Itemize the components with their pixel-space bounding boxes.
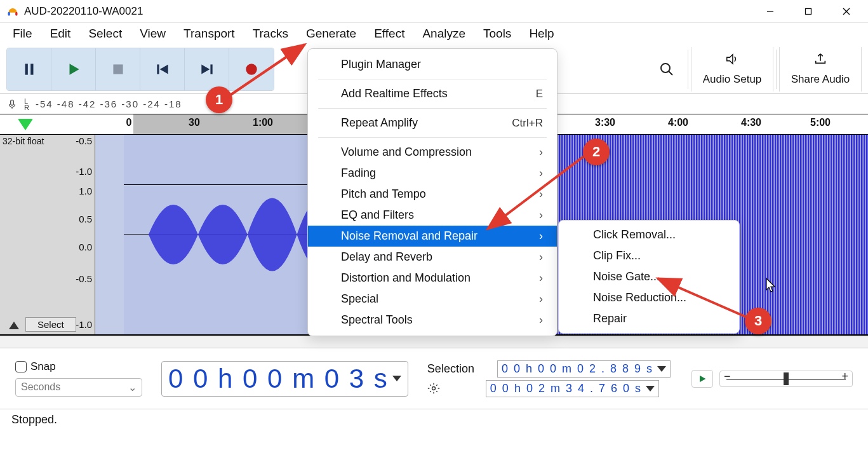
timeline-tick: 3:30 — [595, 117, 615, 128]
effect-menu-item[interactable]: Add Realtime EffectsE — [308, 83, 557, 104]
effect-menu-item[interactable]: EQ and Filters› — [308, 205, 557, 226]
track-select-button[interactable]: Select — [25, 317, 76, 332]
submenu-item[interactable]: Repair — [559, 308, 739, 329]
timeline-tick: 4:00 — [668, 117, 688, 128]
gear-icon[interactable] — [427, 382, 440, 395]
svg-point-23 — [432, 387, 435, 390]
svg-point-14 — [246, 64, 257, 74]
horizontal-scrollbar[interactable] — [0, 336, 868, 348]
svg-marker-24 — [700, 375, 705, 382]
menu-view[interactable]: View — [131, 24, 175, 43]
skip-start-button[interactable] — [140, 48, 185, 90]
playhead-icon[interactable] — [18, 119, 33, 130]
chevron-down-icon[interactable] — [646, 386, 655, 392]
track-header[interactable]: 32-bit float Select -0.5-1.01.00.50.0-0.… — [0, 135, 95, 334]
svg-rect-6 — [25, 64, 27, 74]
effect-menu-item[interactable]: Pitch and Tempo› — [308, 184, 557, 205]
noise-submenu: Click Removal...Clip Fix...Noise Gate...… — [558, 220, 740, 334]
menu-tracks[interactable]: Tracks — [244, 24, 297, 43]
menu-generate[interactable]: Generate — [297, 24, 365, 43]
submenu-item[interactable]: Click Removal... — [559, 224, 739, 245]
stop-button[interactable] — [96, 48, 140, 90]
annotation-badge-1: 1 — [206, 86, 232, 113]
amplitude-label: -1.0 — [76, 165, 92, 176]
time-format-dropdown[interactable] — [392, 376, 401, 381]
window-title: AUD-20220110-WA0021 — [24, 5, 143, 18]
playback-speed-slider[interactable]: − + — [719, 371, 853, 387]
submenu-item[interactable]: Noise Reduction... — [559, 287, 739, 308]
svg-rect-9 — [113, 64, 123, 74]
svg-point-15 — [661, 64, 670, 72]
close-button[interactable] — [827, 0, 865, 23]
menu-tools[interactable]: Tools — [474, 24, 520, 43]
menu-select[interactable]: Select — [79, 24, 131, 43]
effect-menu-item[interactable]: Noise Removal and Repair› — [308, 226, 557, 247]
pause-button[interactable] — [7, 48, 51, 90]
menu-help[interactable]: Help — [520, 24, 563, 43]
menu-edit[interactable]: Edit — [41, 24, 80, 43]
mouse-cursor — [765, 277, 778, 296]
play-at-speed-button[interactable] — [691, 370, 713, 388]
menu-analyze[interactable]: Analyze — [413, 24, 474, 43]
effect-menu-item[interactable]: Special› — [308, 289, 557, 310]
skip-end-button[interactable] — [185, 48, 229, 90]
menu-transport[interactable]: Transport — [175, 24, 244, 43]
collapse-icon[interactable] — [9, 322, 19, 329]
effect-menu-item[interactable]: Volume and Compression› — [308, 142, 557, 163]
selection-start[interactable]: 0 0 h 0 0 m 0 2 . 8 8 9 s — [497, 360, 671, 378]
chevron-down-icon[interactable] — [657, 366, 666, 372]
amplitude-label: 0.5 — [79, 213, 92, 224]
share-icon — [811, 52, 829, 69]
record-button[interactable] — [229, 48, 274, 90]
svg-rect-18 — [11, 100, 14, 105]
time-display[interactable]: 0 0 h 0 0 m 0 3 s — [161, 361, 408, 397]
snap-checkbox[interactable] — [15, 361, 27, 372]
plus-icon: + — [841, 370, 848, 383]
amplitude-label: 1.0 — [79, 185, 92, 196]
svg-rect-10 — [157, 64, 159, 74]
time-value: 0 0 h 0 0 m 0 3 s — [168, 364, 389, 394]
snap-unit-select[interactable]: Seconds ⌄ — [15, 378, 142, 397]
svg-marker-17 — [727, 55, 733, 64]
menu-bar: File Edit Select View Transport Tracks G… — [0, 23, 868, 44]
zoom-icon[interactable] — [653, 56, 680, 83]
menu-file[interactable]: File — [4, 24, 41, 43]
chevron-down-icon: ⌄ — [128, 381, 137, 393]
svg-rect-3 — [806, 8, 811, 14]
separator — [688, 50, 688, 89]
menu-effect[interactable]: Effect — [365, 24, 413, 43]
audio-setup-label: Audio Setup — [703, 73, 762, 86]
timeline-tick: 1:00 — [253, 117, 273, 128]
effect-menu-item[interactable]: Spectral Tools› — [308, 310, 557, 331]
effect-menu-item[interactable]: Plugin Manager — [308, 54, 557, 75]
window-controls — [751, 0, 865, 23]
effect-menu-item[interactable]: Repeat AmplifyCtrl+R — [308, 113, 557, 133]
effect-menu-item[interactable]: Delay and Reverb› — [308, 247, 557, 268]
submenu-item[interactable]: Noise Gate... — [559, 266, 739, 287]
timeline-tick: 30 — [189, 117, 200, 128]
db-scale: -54 -48 -42 -36 -30 -24 -18 — [36, 99, 182, 109]
status-bar: Stopped. — [0, 409, 868, 431]
transport-controls — [6, 48, 274, 91]
maximize-button[interactable] — [789, 0, 827, 23]
play-button[interactable] — [51, 48, 96, 90]
selection-end[interactable]: 0 0 h 0 2 m 3 4 . 7 6 0 s — [486, 380, 659, 397]
share-audio-label: Share Audio — [791, 73, 850, 86]
effect-menu-item[interactable]: Fading› — [308, 163, 557, 184]
submenu-item[interactable]: Clip Fix... — [559, 245, 739, 266]
amplitude-label: 0.0 — [79, 241, 92, 252]
amplitude-label: -0.5 — [76, 273, 92, 284]
svg-marker-8 — [69, 64, 79, 74]
selection-label: Selection — [427, 362, 474, 376]
effect-menu-item[interactable]: Distortion and Modulation› — [308, 268, 557, 289]
minimize-button[interactable] — [751, 0, 789, 23]
minus-icon: − — [724, 370, 731, 383]
audio-setup-button[interactable]: Audio Setup — [691, 47, 773, 92]
app-icon — [6, 5, 19, 18]
share-audio-button[interactable]: Share Audio — [779, 47, 862, 92]
timeline-tick: 5:00 — [810, 117, 831, 128]
svg-marker-12 — [201, 64, 210, 74]
svg-line-16 — [669, 71, 672, 75]
svg-rect-13 — [210, 64, 212, 74]
microphone-icon[interactable] — [6, 99, 18, 110]
